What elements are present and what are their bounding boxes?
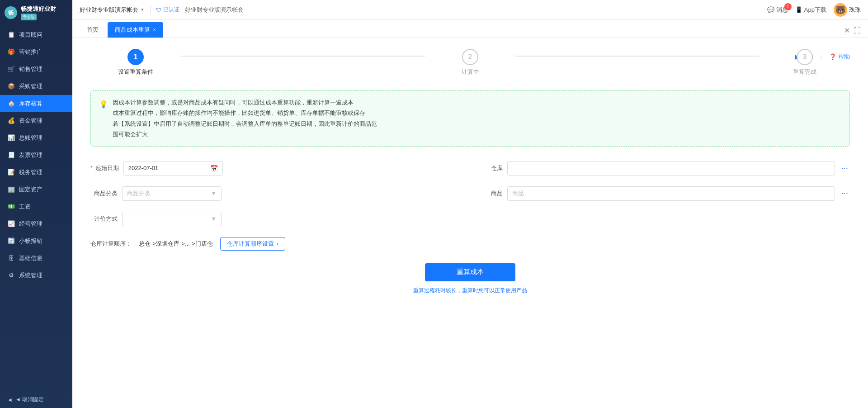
sidebar-item-salary[interactable]: 💵 工资 <box>0 198 72 215</box>
operations-icon: 📈 <box>7 220 15 228</box>
stepper: 1 设置重算条件 2 计算中 3 重算完成 ▶ 视频 <box>90 49 850 76</box>
info-line-2: 成本重算过程中，影响库存账的操作均不能操作，比如进货单、销货单、库存单据不能审核… <box>113 108 377 118</box>
account-name: 好业财专业版演示帐套 <box>80 6 138 14</box>
form-row-3: 计价方式 ▼ <box>90 212 850 226</box>
warehouse-order-settings-btn[interactable]: 仓库计算顺序设置 › <box>220 237 285 251</box>
date-value: 2022-07-01 <box>128 165 159 171</box>
tab-active-label: 商品成本重算 <box>115 26 150 34</box>
warehouse-order-label: 仓库计算顺序： <box>90 240 132 248</box>
sidebar-item-accounting[interactable]: 📊 总账管理 <box>0 129 72 147</box>
category-placeholder: 商品分类 <box>127 190 151 198</box>
warehouse-label: 仓库 <box>476 164 503 172</box>
sidebar-item-label: 库存核算 <box>19 100 42 108</box>
sidebar-pin-toggle[interactable]: ◄ ◄ 取消固定 <box>0 391 72 408</box>
sidebar: 畅 畅捷通好业财 专业版 📋 项目顾问 🎁 营销推广 🛒 销售管理 📦 采购管理… <box>0 0 72 408</box>
chevron-right-icon: › <box>277 240 278 247</box>
sidebar-item-invoice[interactable]: 🧾 发票管理 <box>0 147 72 164</box>
submit-area: 重算成本 重算过程耗时较长，重算时您可以正常使用产品 <box>90 263 850 294</box>
sidebar-item-label: 系统管理 <box>19 271 42 280</box>
sidebar-item-reports[interactable]: 🔄 小畅报销 <box>0 232 72 250</box>
goods-input[interactable]: 商品 <box>507 186 835 201</box>
avatar: 🐻 <box>834 3 847 17</box>
price-method-label: 计价方式 <box>90 215 118 223</box>
sidebar-item-label: 项目顾问 <box>19 31 42 39</box>
sidebar-item-project[interactable]: 📋 项目顾问 <box>0 26 72 43</box>
step-1-label: 设置重算条件 <box>118 68 153 76</box>
sidebar-item-label: 小畅报销 <box>19 237 42 245</box>
project-icon: 📋 <box>7 31 15 39</box>
chevron-down-icon: ▼ <box>140 7 145 12</box>
app-label: App下载 <box>804 6 826 14</box>
user-avatar-area[interactable]: 🐻 珠珠 <box>834 3 861 17</box>
step-3-label: 重算完成 <box>793 68 816 76</box>
sidebar-item-label: 税务管理 <box>19 168 42 176</box>
info-line-3: 若【系统设置】中启用了自动调整记账日期时，会调整入库单的整单记账日期，因此重新计… <box>113 119 377 129</box>
marketing-icon: 🎁 <box>7 48 15 56</box>
app-download-btn[interactable]: 📱 App下载 <box>795 6 826 14</box>
start-date-input[interactable]: 2022-07-01 📅 <box>123 161 223 176</box>
message-icon: 💬 <box>767 6 774 13</box>
goods-more-btn[interactable]: ··· <box>840 189 850 198</box>
start-date-label: * 起始日期 <box>90 164 119 172</box>
sidebar-badge: 专业版 <box>21 14 37 20</box>
info-content: 因成本计算参数调整，或是对商品成本有疑问时，可以通过成本重算功能，重新计算一遍成… <box>113 97 377 140</box>
info-line-4: 围可能会扩大 <box>113 129 377 139</box>
shield-icon: 🛡 <box>156 7 161 13</box>
phone-icon: 📱 <box>795 6 802 13</box>
calendar-icon: 📅 <box>210 165 218 172</box>
recalculate-btn[interactable]: 重算成本 <box>425 263 515 281</box>
sidebar-header: 畅 畅捷通好业财 专业版 <box>0 0 72 26</box>
form-row-2: 商品分类 商品分类 ▼ 商品 商品 ··· <box>90 186 850 201</box>
info-box: 💡 因成本计算参数调整，或是对商品成本有疑问时，可以通过成本重算功能，重新计算一… <box>90 90 850 147</box>
warehouse-more-btn[interactable]: ··· <box>840 163 850 173</box>
sidebar-item-assets[interactable]: 🏢 固定资产 <box>0 181 72 198</box>
inventory-icon: 🏠 <box>7 100 15 108</box>
sidebar-item-basic[interactable]: 🗄 基础信息 <box>0 250 72 267</box>
step-1: 1 设置重算条件 <box>90 49 181 76</box>
goods-label: 商品 <box>476 190 503 198</box>
pin-icon: ◄ <box>7 397 13 403</box>
chevron-down-icon: ▼ <box>211 190 217 197</box>
company-name: 好业财专业版演示帐套 <box>185 6 244 14</box>
tab-home[interactable]: 首页 <box>80 22 106 38</box>
tax-icon: 📝 <box>7 168 15 176</box>
required-star: * <box>90 165 93 171</box>
goods-field: 商品 商品 ··· <box>476 186 850 201</box>
sidebar-item-label: 采购管理 <box>19 82 42 90</box>
certified-badge: 🛡 已认证 <box>156 6 179 14</box>
price-method-field: 计价方式 ▼ <box>90 212 465 226</box>
warehouse-order-value: 总仓->深圳仓库->...->门店仓 <box>139 240 213 248</box>
sidebar-item-finance[interactable]: 💰 资金管理 <box>0 112 72 129</box>
settings-label: 仓库计算顺序设置 <box>227 240 274 248</box>
sidebar-item-label: 经营管理 <box>19 220 42 228</box>
category-field: 商品分类 商品分类 ▼ <box>90 186 465 201</box>
purchase-icon: 📦 <box>7 82 15 90</box>
sidebar-item-label: 资金管理 <box>19 117 42 125</box>
step-3: 3 重算完成 <box>760 49 850 76</box>
expand-window-btn[interactable]: ⛶ <box>854 27 861 35</box>
start-date-field: * 起始日期 2022-07-01 📅 <box>90 161 465 176</box>
sidebar-item-marketing[interactable]: 🎁 营销推广 <box>0 43 72 61</box>
system-icon: ⚙ <box>7 271 15 280</box>
price-method-select[interactable]: ▼ <box>122 212 222 226</box>
tab-home-label: 首页 <box>87 26 99 34</box>
chevron-down-icon-2: ▼ <box>211 215 217 222</box>
close-window-btn[interactable]: ✕ <box>844 26 850 35</box>
invoice-icon: 🧾 <box>7 151 15 159</box>
sidebar-item-tax[interactable]: 📝 税务管理 <box>0 164 72 181</box>
avatar-icon: 🐻 <box>835 5 845 15</box>
account-selector[interactable]: 好业财专业版演示帐套 ▼ <box>80 6 145 14</box>
sidebar-item-system[interactable]: ⚙ 系统管理 <box>0 267 72 284</box>
warehouse-input[interactable] <box>507 161 835 176</box>
sidebar-item-purchase[interactable]: 📦 采购管理 <box>0 78 72 95</box>
goods-placeholder: 商品 <box>512 190 524 198</box>
reports-icon: 🔄 <box>7 237 15 245</box>
message-btn[interactable]: 💬 消息 1 <box>767 6 788 14</box>
sidebar-item-inventory[interactable]: 🏠 库存核算 <box>0 95 72 112</box>
sidebar-item-operations[interactable]: 📈 经营管理 <box>0 215 72 232</box>
tab-close-icon[interactable]: × <box>153 27 156 33</box>
tab-cost-recalc[interactable]: 商品成本重算 × <box>108 22 163 38</box>
sidebar-item-label: 固定资产 <box>19 185 42 194</box>
sidebar-item-sales[interactable]: 🛒 销售管理 <box>0 61 72 78</box>
category-select[interactable]: 商品分类 ▼ <box>122 186 222 201</box>
